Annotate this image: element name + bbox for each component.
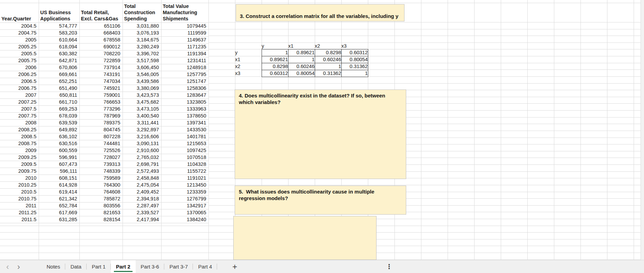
cell[interactable]: 807228	[79, 133, 123, 140]
cell[interactable]: 1215653	[161, 140, 208, 147]
cell[interactable]: 2005	[0, 36, 39, 43]
cell[interactable]: 747034	[79, 78, 123, 85]
cell[interactable]: 3,423,573	[123, 92, 161, 98]
sheet-tabs-more-button[interactable]: ⋮	[386, 260, 392, 273]
cell[interactable]: 766653	[79, 98, 123, 105]
cell[interactable]: 804745	[79, 126, 123, 133]
cell[interactable]: 1191394	[161, 50, 208, 57]
cell[interactable]: 1323805	[161, 98, 208, 105]
cell[interactable]: 2005.5	[0, 50, 39, 57]
sheet-tab-data[interactable]: Data	[65, 260, 87, 273]
cell[interactable]: 745921	[79, 85, 123, 92]
matrix-cell[interactable]: 0.60246	[288, 63, 315, 70]
matrix-cell[interactable]: 0.89621	[262, 56, 288, 63]
sheet-tab-part-4[interactable]: Part 4	[193, 260, 217, 273]
cell[interactable]: 618,094	[39, 43, 79, 50]
cell[interactable]: 739313	[79, 161, 123, 168]
cell[interactable]: 1257795	[161, 71, 208, 78]
cell[interactable]: 3,311,441	[123, 119, 161, 126]
cell[interactable]	[123, 0, 161, 3]
cell[interactable]: 2005.75	[0, 57, 39, 64]
cell[interactable]: 2,339,527	[123, 209, 161, 216]
cell[interactable]: 1283647	[161, 92, 208, 98]
cell[interactable]: 631,285	[39, 216, 79, 223]
cell[interactable]: 3,184,675	[123, 36, 161, 43]
sheet-tab-part-3-7[interactable]: Part 3-7	[164, 260, 193, 273]
cell[interactable]: 651,490	[39, 85, 79, 92]
cell[interactable]: 639,539	[39, 119, 79, 126]
cell[interactable]: 678558	[79, 36, 123, 43]
cell[interactable]: 583,203	[39, 29, 79, 36]
cell[interactable]: 678,039	[39, 112, 79, 119]
cell[interactable]: 3,439,586	[123, 78, 161, 85]
cell[interactable]: 607,473	[39, 161, 79, 168]
cell[interactable]: 2006	[0, 64, 39, 71]
cell[interactable]: 722859	[79, 57, 123, 64]
cell[interactable]: 2,458,848	[123, 175, 161, 181]
cell[interactable]: 3,517,598	[123, 57, 161, 64]
cell[interactable]: 610,664	[39, 36, 79, 43]
cell[interactable]: 1213450	[161, 181, 208, 188]
cell[interactable]: 2004.75	[0, 29, 39, 36]
cell[interactable]: 3,400,540	[123, 112, 161, 119]
cell[interactable]: 617,669	[39, 209, 79, 216]
cell[interactable]: 2,409,452	[123, 188, 161, 195]
cell[interactable]: 2,765,032	[123, 154, 161, 161]
cell[interactable]: 2,475,054	[123, 181, 161, 188]
cell[interactable]: 785872	[79, 195, 123, 202]
cell[interactable]: 2006.5	[0, 78, 39, 85]
note-box-question-3[interactable]: 3. Construct a correlation matrix for al…	[236, 4, 404, 21]
cell[interactable]: 828154	[79, 216, 123, 223]
cell[interactable]: 574,777	[39, 22, 79, 29]
cell[interactable]: 621,342	[39, 195, 79, 202]
cell[interactable]: 2009.5	[0, 161, 39, 168]
cell[interactable]: 2010.25	[0, 181, 39, 188]
cell[interactable]: 821653	[79, 209, 123, 216]
matrix-cell[interactable]: 1	[288, 56, 315, 63]
cell[interactable]: 2010.5	[0, 188, 39, 195]
cell[interactable]: 2011.5	[0, 216, 39, 223]
sheet-tab-part-1[interactable]: Part 1	[87, 260, 111, 273]
cell[interactable]: 725526	[79, 147, 123, 154]
matrix-col-header[interactable]: x1	[288, 43, 315, 49]
cell[interactable]: 652,784	[39, 202, 79, 209]
cell[interactable]: 608,151	[39, 175, 79, 181]
cell[interactable]	[0, 0, 39, 3]
cell[interactable]: 3,380,069	[123, 85, 161, 92]
cell[interactable]: 670,806	[39, 64, 79, 71]
cell[interactable]: 2010.75	[0, 195, 39, 202]
column-header[interactable]: Total Construction Spending	[123, 3, 161, 22]
note-box-question-4[interactable]: 4. Does multicollinearity exist in the d…	[235, 90, 406, 179]
cell[interactable]: 2,698,791	[123, 161, 161, 168]
cell[interactable]: 1370065	[161, 209, 208, 216]
matrix-cell[interactable]: 0.31362	[341, 63, 368, 70]
cell[interactable]: 2005.25	[0, 43, 39, 50]
cell[interactable]: 3,216,606	[123, 133, 161, 140]
cell[interactable]: 596,991	[39, 154, 79, 161]
matrix-cell[interactable]: 0.8298	[315, 49, 341, 56]
cell[interactable]: 630,516	[39, 140, 79, 147]
matrix-col-header[interactable]: x3	[341, 43, 368, 49]
matrix-cell[interactable]: 0.8298	[262, 63, 288, 70]
cell[interactable]	[39, 0, 79, 3]
column-header[interactable]: Total Value Manufacturing Shipments	[161, 3, 208, 22]
vertical-scrollbar[interactable]	[641, 0, 644, 260]
cell[interactable]: 2,417,994	[123, 216, 161, 223]
sheet-nav-right-icon[interactable]: ›	[13, 261, 24, 273]
matrix-row-header[interactable]: y	[235, 49, 262, 56]
cell[interactable]: 636,102	[39, 133, 79, 140]
cell[interactable]: 596,111	[39, 168, 79, 175]
cell[interactable]: 773296	[79, 105, 123, 112]
cell[interactable]: 708220	[79, 50, 123, 57]
cell[interactable]: 3,031,880	[123, 22, 161, 29]
cell[interactable]: 669,661	[39, 71, 79, 78]
cell[interactable]: 649,892	[39, 126, 79, 133]
cell[interactable]: 764608	[79, 188, 123, 195]
cell[interactable]: 1384240	[161, 216, 208, 223]
matrix-row-header[interactable]: x3	[235, 70, 262, 77]
cell[interactable]: 2007.25	[0, 98, 39, 105]
cell[interactable]: 3,090,131	[123, 140, 161, 147]
cell[interactable]: 787969	[79, 112, 123, 119]
cell[interactable]: 2004.5	[0, 22, 39, 29]
cell[interactable]: 2008.75	[0, 140, 39, 147]
